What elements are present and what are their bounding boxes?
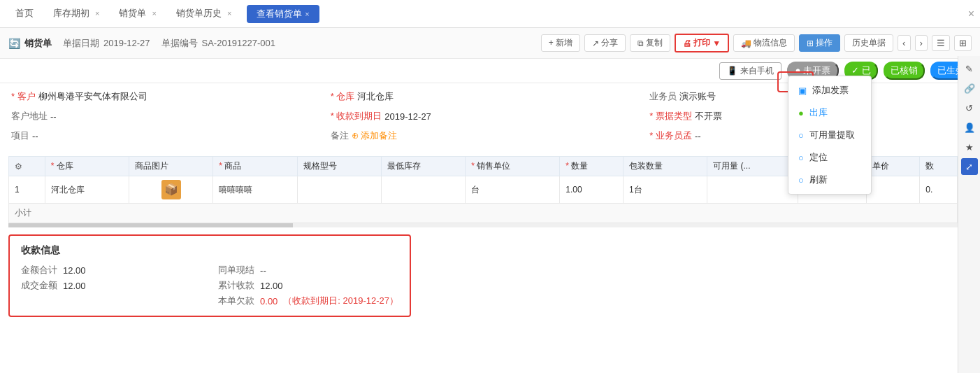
window-close-button[interactable]: × [968, 8, 974, 20]
tab-home[interactable]: 首页 [6, 0, 43, 28]
staff-value: 演示账号 [679, 90, 716, 103]
same-order-row: 同单现结 -- [218, 264, 398, 276]
canceled-label: 已核销 [891, 65, 918, 76]
canceled-button[interactable]: 已核销 [884, 62, 925, 80]
address-label: 客户地址 [11, 110, 48, 122]
staff-label: 业务员 [649, 90, 677, 103]
logistics-icon: 🚚 [741, 38, 751, 48]
gear-icon[interactable]: ⚙ [15, 162, 22, 171]
print-button[interactable]: 🖨 打印 ▼ [675, 34, 729, 52]
tab-bar: 首页 库存期初 × 销货单 × 销货单历史 × 查看销货单 × × [0, 0, 980, 28]
transaction-label: 成交金额 [21, 279, 57, 292]
tab-home-label: 首页 [15, 7, 34, 20]
close-sales-history[interactable]: × [227, 9, 231, 17]
col-unit-price: 单价 [867, 157, 920, 176]
print-label: 打印 [693, 37, 710, 49]
doc-title-icon: 🔄 [8, 38, 20, 49]
subtotal-row: 小计 [9, 204, 958, 223]
share-button[interactable]: ↗ 分享 [584, 34, 626, 52]
list-view-button[interactable]: ☰ [932, 35, 950, 51]
available-qty-icon: ○ [798, 130, 804, 141]
sidebar-expand-button[interactable]: ⤢ [961, 158, 978, 175]
available-qty-label: 可用量提取 [809, 129, 855, 141]
operate-button[interactable]: ⊞ 操作 [799, 34, 840, 52]
new-button[interactable]: + 新增 [541, 34, 580, 52]
menu-ship-out[interactable]: ● 出库 [788, 101, 871, 124]
number-value: SA-20191227-001 [202, 38, 276, 48]
col-warehouse: * 仓库 [45, 157, 129, 176]
menu-add-invoice[interactable]: ▣ 添加发票 [788, 79, 871, 101]
from-phone-button[interactable]: 📱 来自手机 [719, 62, 781, 80]
project-field: 项目 -- [11, 129, 331, 142]
close-inventory-init[interactable]: × [95, 9, 99, 17]
tab-sales-history-label: 销货单历史 [176, 7, 222, 20]
close-sales-order[interactable]: × [152, 9, 156, 17]
refresh-icon: ○ [798, 175, 804, 185]
copy-button[interactable]: ⧉ 复制 [630, 34, 670, 52]
sidebar-star-button[interactable]: ★ [961, 139, 978, 155]
right-sidebar: ✎ 🔗 ↺ 👤 ★ ⤢ [958, 56, 980, 373]
table-scrollbar[interactable] [8, 223, 958, 227]
col-package-qty: 包装数量 [623, 157, 707, 176]
col-min-stock: 最低库存 [381, 157, 465, 176]
tab-sales-order[interactable]: 销货单 × [109, 0, 166, 28]
project-label: 项目 [11, 129, 29, 142]
customer-label: * 客户 [11, 90, 36, 103]
warehouse-field: * 仓库 河北仓库 [331, 90, 650, 103]
doc-title: 🔄 销货单 [8, 37, 52, 50]
sidebar-edit-button[interactable]: ✎ [961, 60, 978, 77]
doc-title-text: 销货单 [24, 37, 52, 50]
same-order-value: -- [260, 265, 266, 276]
col-amount: 数 [920, 157, 958, 176]
copy-label: 复制 [646, 37, 663, 49]
project-value: -- [32, 131, 38, 141]
total-amount-value: 12.00 [63, 265, 86, 276]
grid-view-button[interactable]: ⊞ [954, 35, 972, 51]
col-product-img: 商品图片 [129, 157, 213, 176]
cumulative-value: 12.00 [260, 281, 283, 291]
operate-icon: ⊞ [807, 38, 814, 48]
add-icon: ⊕ [352, 130, 359, 141]
menu-available-qty[interactable]: ○ 可用量提取 [788, 124, 871, 146]
cell-package-qty: 1台 [623, 176, 707, 204]
cell-quantity: 1.00 [560, 176, 624, 204]
col-sales-unit: * 销售单位 [466, 157, 560, 176]
close-check-sales[interactable]: × [305, 10, 309, 18]
col-quantity: * 数量 [560, 157, 624, 176]
total-amount-label: 金额合计 [21, 264, 57, 276]
menu-refresh[interactable]: ○ 刷新 [788, 169, 871, 191]
ship-out-icon: ● [798, 108, 804, 118]
share-label: 分享 [601, 37, 618, 49]
add-invoice-icon: ▣ [798, 85, 807, 96]
tab-check-sales[interactable]: 查看销货单 × [247, 5, 319, 23]
cell-available [707, 176, 798, 204]
doc-actions: + 新增 ↗ 分享 ⧉ 复制 🖨 打印 ▼ 🚚 物流信息 ⊞ 操作 [541, 34, 972, 52]
tab-sales-history[interactable]: 销货单历史 × [166, 0, 241, 28]
payment-grid: 金额合计 12.00 同单现结 -- 成交金额 12.00 累计收款 12.00… [21, 264, 398, 307]
add-remark-button[interactable]: ⊕ 添加备注 [352, 129, 398, 142]
remark-label: 备注 [331, 129, 349, 142]
doc-number-field: 单据编号 SA-20191227-001 [161, 37, 276, 50]
customer-value: 柳州粤港平安气体有限公司 [38, 90, 147, 103]
menu-locate[interactable]: ○ 定位 [788, 146, 871, 169]
logistics-button[interactable]: 🚚 物流信息 [733, 34, 795, 52]
transaction-row: 成交金额 12.00 [21, 279, 201, 292]
cell-product: 嘻嘻嘻嘻 [213, 176, 297, 204]
from-phone-label: 来自手机 [740, 65, 774, 77]
locate-label: 定位 [809, 151, 828, 164]
cell-warehouse: 河北仓库 [45, 176, 129, 204]
doc-date-field: 单据日期 2019-12-27 [63, 37, 150, 50]
staff2-value: -- [695, 131, 701, 141]
ticket-type-label: * 票据类型 [649, 110, 692, 122]
tab-inventory-init[interactable]: 库存期初 × [43, 0, 109, 28]
sidebar-refresh-button[interactable]: ↺ [961, 99, 978, 116]
history-button[interactable]: 历史单据 [844, 34, 893, 52]
sidebar-user-button[interactable]: 👤 [961, 119, 978, 136]
cumulative-row: 累计收款 12.00 [218, 279, 398, 292]
next-button[interactable]: › [915, 35, 928, 51]
sidebar-link-button[interactable]: 🔗 [961, 80, 978, 97]
copy-icon: ⧉ [637, 38, 644, 48]
prev-button[interactable]: ‹ [898, 35, 910, 51]
check-label: 已 [862, 65, 871, 76]
not-open-label: 未开票 [803, 65, 830, 76]
